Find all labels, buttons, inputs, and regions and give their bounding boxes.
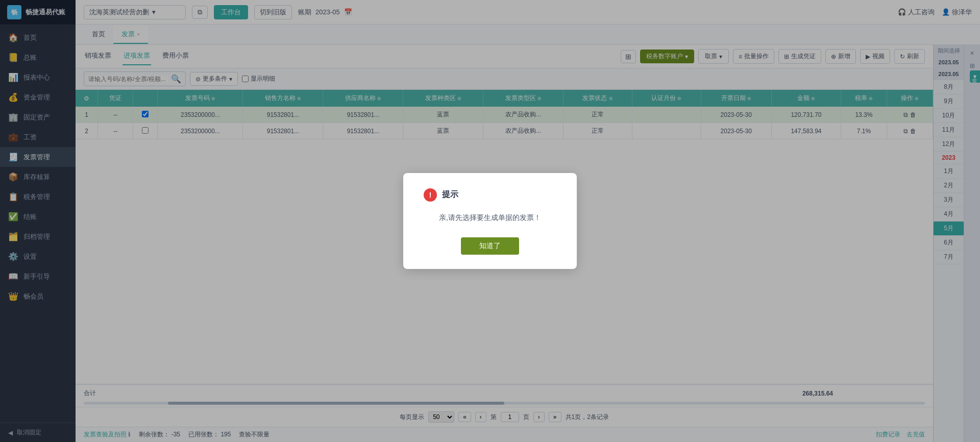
modal-title: 提示: [442, 189, 458, 200]
modal-box: ! 提示 亲,请先选择要生成单据的发票！ 知道了: [403, 173, 577, 269]
modal-message: 亲,请先选择要生成单据的发票！: [439, 212, 541, 223]
modal-warning-icon: !: [424, 188, 437, 202]
modal-title-row: ! 提示: [424, 188, 556, 202]
modal-confirm-button[interactable]: 知道了: [461, 237, 519, 255]
modal-overlay[interactable]: ! 提示 亲,请先选择要生成单据的发票！ 知道了: [0, 0, 980, 442]
